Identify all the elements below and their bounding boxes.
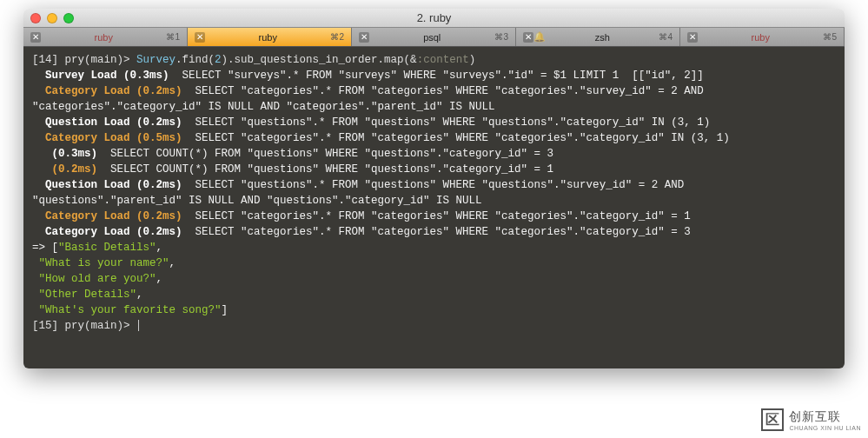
bell-icon: 🔔 [533, 31, 546, 43]
log-line: Category Load (0.2ms) SELECT "categories… [32, 209, 836, 224]
code: ).sub_questions_in_order.map(& [222, 54, 417, 66]
prompt-context: pry(main)> [65, 54, 137, 66]
code-class: Survey [136, 54, 176, 66]
log-sql: SELECT "categories".* FROM "categories" … [182, 132, 730, 144]
log-sql: SELECT COUNT(*) FROM "questions" WHERE "… [97, 148, 553, 160]
close-tab-icon[interactable]: ✕ [30, 32, 41, 43]
close-tab-icon[interactable]: ✕ [359, 32, 369, 43]
tab-1[interactable]: ✕ ruby ⌘1 [23, 28, 188, 46]
terminal-output[interactable]: [14] pry(main)> Survey.find(2).sub_quest… [23, 47, 845, 368]
result-line: "How old are you?", [32, 271, 836, 287]
sep: , [136, 289, 143, 301]
result-item: "How old are you?" [39, 273, 156, 285]
result-line: "What is your name?", [32, 256, 836, 271]
log-line: Category Load (0.5ms) SELECT "categories… [32, 130, 836, 146]
result-line: "Other Details", [32, 287, 836, 302]
tab-label: ruby [41, 32, 166, 43]
tab-2[interactable]: ✕ ruby ⌘2 [188, 28, 352, 46]
close-tab-icon[interactable]: ✕ [687, 32, 698, 43]
watermark-text: 创新互联 CHUANG XIN HU LIAN [789, 409, 861, 431]
log-sql: SELECT "categories".* FROM "categories" … [182, 210, 691, 222]
cursor-icon [138, 320, 139, 331]
watermark-logo-icon: 区 [761, 408, 784, 431]
log-sql: SELECT "surveys".* FROM "surveys" WHERE … [169, 70, 704, 82]
tab-label: ruby [205, 32, 330, 43]
log-line: (0.3ms) SELECT COUNT(*) FROM "questions"… [32, 146, 836, 162]
tab-shortcut: ⌘1 [166, 32, 180, 42]
log-head: Category Load (0.2ms) [32, 226, 182, 238]
watermark-en: CHUANG XIN HU LIAN [789, 425, 861, 431]
code-int: 2 [215, 54, 222, 66]
log-head: (0.2ms) [32, 163, 97, 176]
watermark-cn: 创新互联 [789, 409, 841, 423]
result-line: => ["Basic Details", [32, 240, 836, 256]
log-sql: SELECT COUNT(*) FROM "questions" WHERE "… [97, 163, 553, 176]
prompt-line: [15] pry(main)> [32, 318, 836, 334]
tab-label: psql [369, 32, 494, 43]
log-head: Survey Load (0.3ms) [32, 70, 169, 82]
result-suffix: ] [222, 304, 229, 316]
result-item: "Other Details" [39, 289, 137, 301]
sep: , [169, 257, 176, 269]
log-head: Question Load (0.2ms) [32, 116, 182, 129]
sep: , [156, 273, 163, 285]
code: .find( [176, 54, 215, 66]
tab-bar: ✕ ruby ⌘1 ✕ ruby ⌘2 ✕ psql ⌘3 ✕ 🔔 zsh ⌘4… [23, 28, 845, 47]
result-item: "What is your name?" [39, 257, 169, 269]
sep: , [156, 242, 163, 254]
result-item: "What's your favorite song?" [39, 304, 222, 316]
log-head: Question Load (0.2ms) [32, 179, 182, 191]
tab-shortcut: ⌘4 [659, 32, 673, 42]
terminal-window: 2. ruby ✕ ruby ⌘1 ✕ ruby ⌘2 ✕ psql ⌘3 ✕ … [23, 9, 845, 368]
log-line: Question Load (0.2ms) SELECT "questions"… [32, 115, 836, 130]
log-line: Category Load (0.2ms) SELECT "categories… [32, 224, 836, 240]
log-sql: SELECT "questions".* FROM "questions" WH… [182, 116, 711, 129]
tab-label: ruby [698, 32, 823, 43]
log-head: (0.3ms) [32, 148, 97, 160]
tab-label: zsh [546, 32, 659, 43]
tab-shortcut: ⌘2 [330, 32, 344, 42]
log-head: Category Load (0.2ms) [32, 85, 182, 97]
prompt-line: [14] pry(main)> Survey.find(2).sub_quest… [32, 52, 836, 68]
log-line: (0.2ms) SELECT COUNT(*) FROM "questions"… [32, 162, 836, 177]
result-item: "Basic Details" [58, 242, 156, 254]
window-title: 2. ruby [23, 11, 845, 24]
tab-5[interactable]: ✕ ruby ⌘5 [680, 28, 845, 46]
log-line: Category Load (0.2ms) SELECT "categories… [32, 83, 836, 115]
code-symbol: :content [417, 54, 469, 66]
tab-3[interactable]: ✕ psql ⌘3 [352, 28, 516, 46]
result-prefix: => [ [32, 242, 58, 254]
tab-shortcut: ⌘3 [494, 32, 508, 42]
close-tab-icon[interactable]: ✕ [523, 32, 533, 43]
prompt-counter: [14] [32, 54, 65, 66]
prompt-context: pry(main)> [65, 320, 137, 332]
result-line: "What's your favorite song?"] [32, 302, 836, 318]
log-head: Category Load (0.2ms) [32, 210, 182, 222]
tab-shortcut: ⌘5 [823, 32, 837, 42]
titlebar[interactable]: 2. ruby [23, 9, 845, 28]
code: ) [469, 54, 476, 66]
tab-4[interactable]: ✕ 🔔 zsh ⌘4 [516, 28, 680, 46]
close-tab-icon[interactable]: ✕ [195, 32, 205, 43]
log-head: Category Load (0.5ms) [32, 132, 182, 144]
log-sql: SELECT "categories".* FROM "categories" … [182, 226, 691, 238]
log-line: Question Load (0.2ms) SELECT "questions"… [32, 177, 836, 209]
prompt-counter: [15] [32, 320, 65, 332]
log-line: Survey Load (0.3ms) SELECT "surveys".* F… [32, 68, 836, 83]
watermark: 区 创新互联 CHUANG XIN HU LIAN [761, 408, 861, 431]
